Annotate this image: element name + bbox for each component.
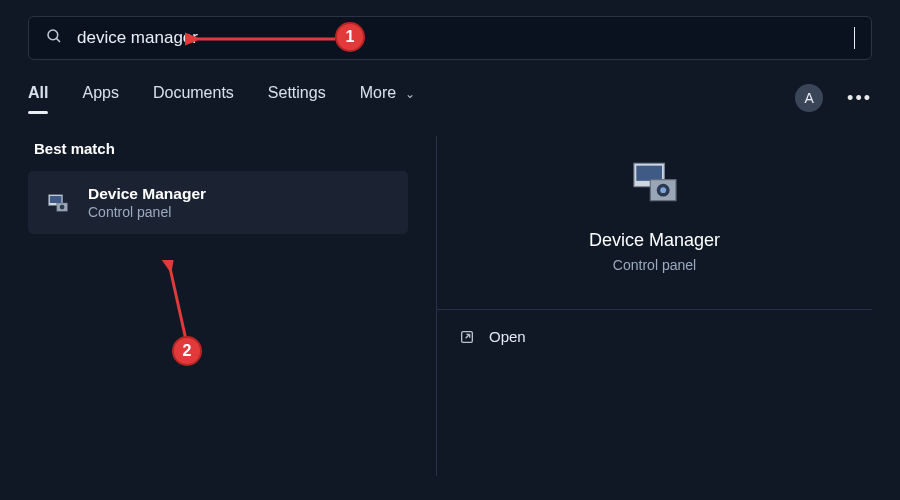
annotation-callout-1: 1 — [335, 22, 365, 52]
tab-all[interactable]: All — [28, 84, 48, 112]
tab-more[interactable]: More ⌄ — [360, 84, 415, 112]
svg-point-0 — [48, 30, 58, 40]
search-input[interactable] — [77, 28, 854, 48]
result-subtitle: Control panel — [88, 204, 206, 220]
svg-rect-7 — [636, 166, 662, 181]
svg-rect-3 — [50, 196, 62, 203]
results-list: Best match Device Manager Control panel — [28, 136, 408, 476]
user-avatar[interactable]: A — [795, 84, 823, 112]
result-device-manager[interactable]: Device Manager Control panel — [28, 171, 408, 234]
preview-title: Device Manager — [589, 230, 720, 251]
topbar-right: A ••• — [795, 84, 872, 112]
search-bar[interactable] — [28, 16, 872, 60]
results-area: Best match Device Manager Control panel — [28, 136, 872, 476]
tab-apps[interactable]: Apps — [82, 84, 118, 112]
svg-point-10 — [660, 187, 666, 193]
open-action-label: Open — [489, 328, 526, 345]
open-external-icon — [459, 329, 475, 345]
device-manager-icon — [627, 154, 683, 210]
result-text: Device Manager Control panel — [88, 185, 206, 220]
tab-documents[interactable]: Documents — [153, 84, 234, 112]
tab-more-label: More — [360, 84, 396, 101]
preview-pane: Device Manager Control panel Open — [436, 136, 872, 476]
svg-point-5 — [60, 204, 65, 209]
preview-subtitle: Control panel — [589, 257, 720, 273]
chevron-down-icon: ⌄ — [405, 87, 415, 101]
result-title: Device Manager — [88, 185, 206, 203]
filter-tabs-bar: All Apps Documents Settings More ⌄ A ••• — [28, 84, 872, 112]
preview-actions: Open — [437, 310, 872, 363]
annotation-callout-2: 2 — [172, 336, 202, 366]
search-icon — [45, 27, 63, 49]
tab-settings[interactable]: Settings — [268, 84, 326, 112]
filter-tabs: All Apps Documents Settings More ⌄ — [28, 84, 761, 112]
best-match-heading: Best match — [34, 140, 408, 157]
device-manager-icon — [44, 189, 72, 217]
svg-line-1 — [56, 38, 60, 42]
preview-header: Device Manager Control panel — [589, 154, 720, 273]
text-cursor — [854, 27, 855, 49]
more-options-button[interactable]: ••• — [847, 88, 872, 109]
open-action[interactable]: Open — [459, 328, 850, 345]
